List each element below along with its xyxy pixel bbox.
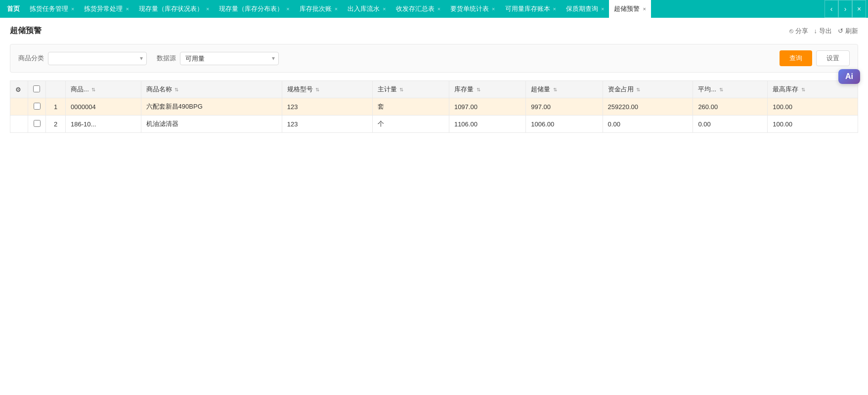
cell-max-stock: 100.00: [768, 98, 858, 116]
cell-spec: 123: [282, 98, 372, 116]
th-checkbox: [28, 81, 46, 98]
cell-capital: 0.00: [603, 116, 693, 133]
datasource-label: 数据源: [157, 54, 176, 63]
datasource-select-wrapper: 可用量: [180, 52, 279, 65]
cell-unit: 个: [372, 116, 449, 133]
close-tab-quality[interactable]: ×: [601, 6, 604, 12]
close-tab-inventory-dist[interactable]: ×: [286, 6, 289, 12]
cell-overstock: 997.00: [526, 98, 603, 116]
nav-tab-abnormal[interactable]: 拣货异常处理 ×: [79, 0, 133, 18]
nav-tab-order-stats[interactable]: 要货单统计表 ×: [445, 0, 500, 18]
cell-product-name: 机油滤清器: [141, 116, 282, 133]
cell-settings: [10, 98, 28, 116]
row-checkbox[interactable]: [34, 120, 41, 127]
cell-overstock: 1006.00: [526, 116, 603, 133]
th-capital[interactable]: 资金占用 ⇅: [603, 81, 693, 98]
category-select[interactable]: [48, 52, 147, 65]
th-avg[interactable]: 平均... ⇅: [693, 81, 768, 98]
table-header: ⚙ 商品... ⇅ 商品名称 ⇅ 规格型号 ⇅: [10, 81, 858, 98]
sort-icon-product-name: ⇅: [174, 87, 178, 92]
table-row: 2 186-10... 机油滤清器 123 个 1106.00 1006.00 …: [10, 116, 858, 133]
cell-rownum: 2: [46, 116, 66, 133]
sort-icon-capital: ⇅: [636, 87, 640, 92]
th-overstock[interactable]: 超储量 ⇅: [526, 81, 603, 98]
page-header: 超储预警 ⎋ 分享 ↓ 导出 ↺ 刷新: [10, 26, 858, 36]
sort-icon-unit: ⇅: [399, 87, 403, 92]
query-button[interactable]: 查询: [780, 50, 812, 66]
header-actions: ⎋ 分享 ↓ 导出 ↺ 刷新: [789, 27, 859, 36]
share-button[interactable]: ⎋ 分享: [789, 27, 808, 36]
close-tab-batch[interactable]: ×: [335, 6, 338, 12]
sort-icon-spec: ⇅: [315, 87, 319, 92]
cell-product-code: 0000004: [66, 98, 141, 116]
close-tab-collect[interactable]: ×: [437, 6, 440, 12]
cell-rownum: 1: [46, 98, 66, 116]
nav-arrow-right[interactable]: ›: [838, 0, 852, 18]
sort-icon-overstock: ⇅: [553, 87, 557, 92]
nav-tab-home[interactable]: 首页: [2, 0, 25, 18]
row-checkbox[interactable]: [34, 103, 41, 110]
th-settings[interactable]: ⚙: [10, 81, 28, 98]
nav-arrows: ‹ › ×: [825, 0, 866, 18]
sort-icon-max-stock: ⇅: [801, 87, 805, 92]
close-tab-task[interactable]: ×: [71, 6, 74, 12]
nav-arrow-left[interactable]: ‹: [825, 0, 838, 18]
table-row: 1 0000004 六配套新昌490BPG 123 套 1097.00 997.…: [10, 98, 858, 116]
cell-avg: 260.00: [693, 98, 768, 116]
close-tab-order-stats[interactable]: ×: [492, 6, 495, 12]
cell-avg: 0.00: [693, 116, 768, 133]
cell-max-stock: 100.00: [768, 116, 858, 133]
category-select-wrapper: [48, 52, 147, 65]
cell-settings: [10, 116, 28, 133]
filter-datasource: 数据源 可用量: [157, 52, 279, 65]
nav-tab-inventory-status[interactable]: 现存量（库存状况表） ×: [134, 0, 214, 18]
nav-tab-batch[interactable]: 库存批次账 ×: [295, 0, 343, 18]
datasource-select[interactable]: 可用量: [180, 52, 279, 65]
th-unit[interactable]: 主计量 ⇅: [372, 81, 449, 98]
nav-tab-inventory-dist[interactable]: 现存量（库存分布表） ×: [214, 0, 294, 18]
th-spec[interactable]: 规格型号 ⇅: [282, 81, 372, 98]
close-tab-inout[interactable]: ×: [383, 6, 386, 12]
nav-tab-quality[interactable]: 保质期查询 ×: [561, 0, 609, 18]
th-product-name[interactable]: 商品名称 ⇅: [141, 81, 282, 98]
cell-unit: 套: [372, 98, 449, 116]
table-body: 1 0000004 六配套新昌490BPG 123 套 1097.00 997.…: [10, 98, 858, 133]
close-tab-overstock[interactable]: ×: [643, 6, 646, 12]
cell-product-code: 186-10...: [66, 116, 141, 133]
filter-bar: 商品分类 数据源 可用量 查询 设置: [10, 44, 858, 73]
cell-checkbox: [28, 98, 46, 116]
category-label: 商品分类: [18, 54, 44, 63]
cell-capital: 259220.00: [603, 98, 693, 116]
export-icon: ↓: [814, 27, 818, 35]
cell-checkbox: [28, 116, 46, 133]
data-table: ⚙ 商品... ⇅ 商品名称 ⇅ 规格型号 ⇅: [10, 80, 858, 133]
nav-tab-collect[interactable]: 收发存汇总表 ×: [391, 0, 445, 18]
th-product-code[interactable]: 商品... ⇅: [66, 81, 141, 98]
share-icon: ⎋: [789, 27, 793, 35]
refresh-button[interactable]: ↺ 刷新: [838, 27, 858, 36]
sort-icon-avg: ⇅: [719, 87, 723, 92]
ai-badge[interactable]: Ai: [838, 69, 860, 84]
refresh-icon: ↺: [838, 27, 843, 35]
close-tab-inventory-status[interactable]: ×: [206, 6, 209, 12]
cell-spec: 123: [282, 116, 372, 133]
nav-tab-inout[interactable]: 出入库流水 ×: [343, 0, 391, 18]
th-stock[interactable]: 库存量 ⇅: [449, 81, 525, 98]
settings-button[interactable]: 设置: [816, 50, 850, 66]
top-navigation: 首页 拣货任务管理 × 拣货异常处理 × 现存量（库存状况表） × 现存量（库存…: [0, 0, 868, 18]
nav-tab-task[interactable]: 拣货任务管理 ×: [25, 0, 79, 18]
cell-product-name: 六配套新昌490BPG: [141, 98, 282, 116]
select-all-checkbox[interactable]: [33, 85, 40, 92]
th-rownum: [46, 81, 66, 98]
table-header-row: ⚙ 商品... ⇅ 商品名称 ⇅ 规格型号 ⇅: [10, 81, 858, 98]
nav-arrow-close[interactable]: ×: [852, 0, 866, 18]
close-tab-usable-ledger[interactable]: ×: [553, 6, 556, 12]
cell-stock: 1097.00: [449, 98, 525, 116]
settings-icon: ⚙: [15, 86, 21, 93]
close-tab-abnormal[interactable]: ×: [126, 6, 129, 12]
export-button[interactable]: ↓ 导出: [814, 27, 832, 36]
nav-tab-usable-ledger[interactable]: 可用量库存账本 ×: [500, 0, 561, 18]
sort-icon-product-code: ⇅: [91, 87, 95, 92]
sort-icon-stock: ⇅: [477, 87, 480, 92]
nav-tab-overstock[interactable]: 超储预警 ×: [609, 0, 651, 18]
